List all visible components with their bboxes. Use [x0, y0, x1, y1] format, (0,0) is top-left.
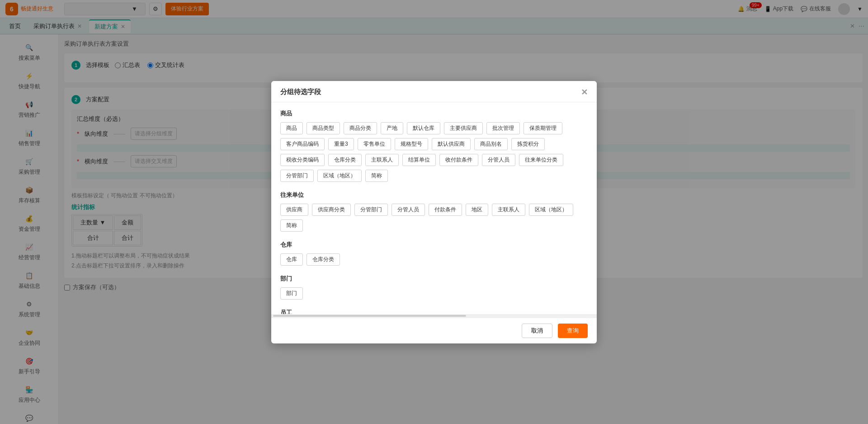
field-tag-default-warehouse[interactable]: 默认仓库 — [407, 122, 440, 134]
section-department: 部门 部门 — [280, 275, 588, 300]
field-tag-goods-alias[interactable]: 商品别名 — [474, 138, 508, 150]
field-tag-settlement-unit[interactable]: 结算单位 — [402, 154, 436, 166]
field-tag-partner-contact[interactable]: 主联系人 — [492, 204, 525, 216]
modal-title: 分组待选字段 — [280, 88, 321, 96]
field-tag-goods-category[interactable]: 商品分类 — [344, 122, 377, 134]
modal-footer: 取消 查询 — [271, 318, 597, 343]
field-tag-warehouse[interactable]: 仓库 — [280, 253, 303, 266]
field-tag-main-contact[interactable]: 主联系人 — [365, 154, 399, 166]
field-tag-default-supplier[interactable]: 默认供应商 — [432, 138, 471, 150]
field-tag-manager[interactable]: 分管人员 — [482, 154, 515, 166]
field-tag-partner-manager[interactable]: 分管人员 — [392, 204, 425, 216]
field-tag-payment-terms[interactable]: 收付款条件 — [439, 154, 478, 166]
field-tag-batch-mgmt[interactable]: 批次管理 — [486, 122, 520, 134]
section-partner-title: 往来单位 — [280, 191, 588, 199]
field-select-modal: 分组待选字段 ✕ 商品 商品 商品类型 商品分类 产地 默认仓库 主要供应商 批… — [271, 81, 597, 343]
modal-header: 分组待选字段 ✕ — [271, 81, 597, 102]
field-tag-payment-cond[interactable]: 付款条件 — [429, 204, 462, 216]
field-tag-partner-category[interactable]: 往来单位分类 — [519, 154, 563, 166]
confirm-button[interactable]: 查询 — [558, 324, 588, 338]
field-tag-warehouse-category[interactable]: 仓库分类 — [328, 154, 362, 166]
modal-close-button[interactable]: ✕ — [581, 87, 588, 97]
field-tag-spec-model[interactable]: 规格型号 — [395, 138, 428, 150]
field-tag-area[interactable]: 地区 — [466, 204, 488, 216]
field-tag-partner-region[interactable]: 区域（地区） — [529, 204, 573, 216]
section-partner-tags: 供应商 供应商分类 分管部门 分管人员 付款条件 地区 主联系人 区域（地区） … — [280, 204, 588, 232]
section-goods-title: 商品 — [280, 110, 588, 118]
field-tag-pick-points[interactable]: 拣货积分 — [511, 138, 545, 150]
modal-body: 商品 商品 商品类型 商品分类 产地 默认仓库 主要供应商 批次管理 保质期管理… — [271, 102, 597, 314]
field-tag-partner-short-name[interactable]: 简称 — [280, 219, 303, 232]
field-tag-supplier[interactable]: 供应商 — [280, 204, 308, 216]
field-tag-partner-dept[interactable]: 分管部门 — [354, 204, 388, 216]
field-tag-customer-goods-code[interactable]: 客户商品编码 — [280, 138, 325, 150]
field-tag-goods-type[interactable]: 商品类型 — [307, 122, 340, 134]
field-tag-region[interactable]: 区域（地区） — [317, 170, 362, 182]
section-employee: 员工 业务员 — [280, 309, 588, 314]
section-partner: 往来单位 供应商 供应商分类 分管部门 分管人员 付款条件 地区 主联系人 区域… — [280, 191, 588, 232]
field-tag-short-name[interactable]: 简称 — [365, 170, 388, 182]
section-warehouse: 仓库 仓库 仓库分类 — [280, 241, 588, 266]
field-tag-origin[interactable]: 产地 — [381, 122, 403, 134]
section-employee-title: 员工 — [280, 309, 588, 314]
field-tag-dept[interactable]: 部门 — [280, 287, 303, 300]
field-tag-manage-dept[interactable]: 分管部门 — [280, 170, 314, 182]
section-warehouse-title: 仓库 — [280, 241, 588, 249]
field-tag-supplier-category[interactable]: 供应商分类 — [312, 204, 351, 216]
modal-hscroll[interactable] — [271, 314, 597, 318]
field-tag-main-supplier[interactable]: 主要供应商 — [444, 122, 483, 134]
section-goods-tags: 商品 商品类型 商品分类 产地 默认仓库 主要供应商 批次管理 保质期管理 客户… — [280, 122, 588, 182]
field-tag-warehouse-cat[interactable]: 仓库分类 — [307, 253, 340, 266]
section-goods: 商品 商品 商品类型 商品分类 产地 默认仓库 主要供应商 批次管理 保质期管理… — [280, 110, 588, 182]
field-tag-retail-unit[interactable]: 零售单位 — [358, 138, 391, 150]
field-tag-shelf-life[interactable]: 保质期管理 — [524, 122, 562, 134]
section-department-tags: 部门 — [280, 287, 588, 300]
field-tag-goods[interactable]: 商品 — [280, 122, 303, 134]
section-department-title: 部门 — [280, 275, 588, 283]
modal-overlay: 分组待选字段 ✕ 商品 商品 商品类型 商品分类 产地 默认仓库 主要供应商 批… — [0, 0, 868, 424]
field-tag-weight3[interactable]: 重量3 — [328, 138, 354, 150]
cancel-button[interactable]: 取消 — [522, 324, 552, 338]
section-warehouse-tags: 仓库 仓库分类 — [280, 253, 588, 266]
field-tag-tax-code[interactable]: 税收分类编码 — [280, 154, 325, 166]
